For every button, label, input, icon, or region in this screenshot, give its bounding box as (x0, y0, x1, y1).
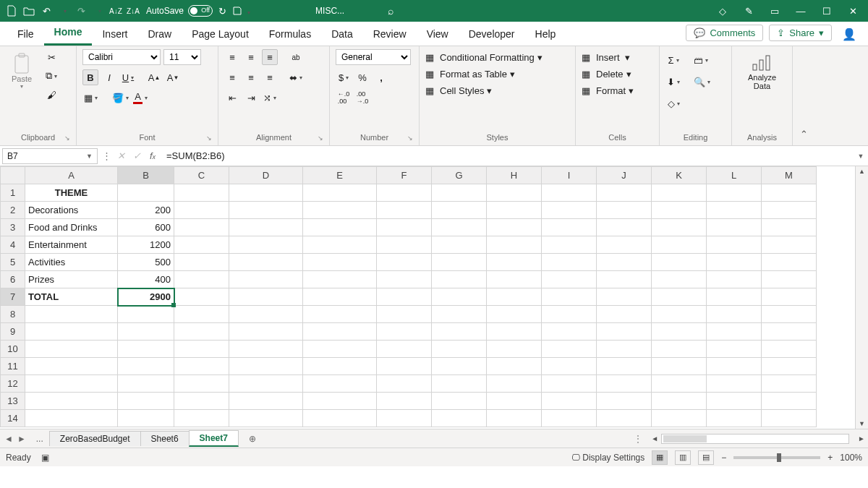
borders-button[interactable]: ▦ (82, 90, 98, 106)
cell-A9[interactable] (25, 323, 118, 341)
cell-D9[interactable] (229, 323, 303, 341)
cell-A1[interactable]: THEME (25, 184, 118, 202)
cell-H9[interactable] (487, 323, 542, 341)
horizontal-scrollbar[interactable] (661, 434, 849, 444)
cell-G6[interactable] (432, 271, 487, 288)
cell-B10[interactable] (118, 341, 174, 358)
cell-C9[interactable] (174, 323, 229, 341)
cell-E10[interactable] (303, 341, 377, 358)
font-name-select[interactable]: Calibri (82, 49, 161, 65)
cell-H8[interactable] (487, 306, 542, 323)
cell-F8[interactable] (377, 306, 432, 323)
bold-button[interactable]: B (82, 69, 98, 85)
cell-D11[interactable] (229, 358, 303, 375)
cell-D14[interactable] (229, 410, 303, 427)
col-header-A[interactable]: A (25, 167, 118, 184)
cell-A12[interactable] (25, 375, 118, 393)
cell-G9[interactable] (432, 323, 487, 341)
new-file-icon[interactable] (4, 4, 19, 18)
cell-F2[interactable] (377, 202, 432, 219)
cell-G4[interactable] (432, 236, 487, 254)
zoom-knob[interactable] (777, 453, 781, 462)
scroll-up-icon[interactable]: ▲ (859, 166, 865, 176)
sheet-tab-1[interactable]: Sheet6 (140, 431, 190, 446)
number-format-select[interactable]: General (336, 49, 411, 65)
row-header-6[interactable]: 6 (1, 271, 25, 288)
cell-L10[interactable] (707, 341, 762, 358)
zoom-in-button[interactable]: + (827, 453, 833, 463)
align-middle-button[interactable]: ≡ (243, 49, 259, 65)
qat-more[interactable] (245, 6, 250, 17)
comma-button[interactable]: , (373, 69, 389, 85)
hscroll-right-icon[interactable]: ► (855, 435, 868, 442)
cell-B7[interactable]: 2900 (118, 288, 174, 306)
cell-C11[interactable] (174, 358, 229, 375)
sort-asc-icon[interactable]: A↓Z (109, 4, 123, 18)
cell-K6[interactable] (652, 271, 707, 288)
cell-B6[interactable]: 400 (118, 271, 174, 288)
cell-H6[interactable] (487, 271, 542, 288)
cell-M9[interactable] (762, 323, 817, 341)
cell-H2[interactable] (487, 202, 542, 219)
col-header-E[interactable]: E (303, 167, 377, 184)
col-header-F[interactable]: F (377, 167, 432, 184)
tab-developer[interactable]: Developer (459, 24, 525, 46)
align-center-button[interactable]: ≡ (243, 69, 259, 85)
cell-K13[interactable] (652, 393, 707, 410)
cell-E9[interactable] (303, 323, 377, 341)
cell-I6[interactable] (542, 271, 597, 288)
tab-home[interactable]: Home (44, 22, 93, 46)
cell-D3[interactable] (229, 219, 303, 236)
sheet-split[interactable]: ⋮ (628, 434, 648, 444)
cell-B12[interactable] (118, 375, 174, 393)
cell-I12[interactable] (542, 375, 597, 393)
redo-icon[interactable]: ↷ (74, 4, 88, 18)
cell-B5[interactable]: 500 (118, 254, 174, 271)
shrink-font-button[interactable]: A▼ (165, 69, 181, 85)
cell-J6[interactable] (597, 271, 652, 288)
cell-A4[interactable]: Entertainment (25, 236, 118, 254)
cell-K10[interactable] (652, 341, 707, 358)
cell-H7[interactable] (487, 288, 542, 306)
row-header-13[interactable]: 13 (1, 393, 25, 410)
align-bottom-button[interactable]: ≡ (262, 49, 278, 65)
fill-color-button[interactable]: 🪣 (111, 90, 129, 106)
sheet-nav[interactable]: ◄► (0, 434, 30, 444)
display-settings-button[interactable]: 🖵 Display Settings (571, 453, 644, 463)
cell-C3[interactable] (174, 219, 229, 236)
col-header-H[interactable]: H (487, 167, 542, 184)
cell-K14[interactable] (652, 410, 707, 427)
cell-A7[interactable]: TOTAL (25, 288, 118, 306)
conditional-formatting-button[interactable]: ▦ Conditional Formatting ▾ (425, 52, 542, 63)
share-button[interactable]: ⇪ Share ▾ (769, 25, 832, 41)
row-header-12[interactable]: 12 (1, 375, 25, 393)
format-cells-button[interactable]: ▦ Format ▾ (582, 85, 634, 96)
ribbon-mode-icon[interactable]: ▭ (768, 6, 781, 17)
comments-button[interactable]: 💬 Comments (686, 25, 763, 41)
cell-M14[interactable] (762, 410, 817, 427)
cell-F12[interactable] (377, 375, 432, 393)
decrease-indent-button[interactable]: ⇤ (224, 90, 240, 106)
cell-G14[interactable] (432, 410, 487, 427)
cell-F5[interactable] (377, 254, 432, 271)
cell-B2[interactable]: 200 (118, 202, 174, 219)
cell-E1[interactable] (303, 184, 377, 202)
cell-J11[interactable] (597, 358, 652, 375)
cell-H13[interactable] (487, 393, 542, 410)
cell-M5[interactable] (762, 254, 817, 271)
formula-input[interactable]: =SUM(B2:B6) (161, 150, 854, 161)
enter-formula-button[interactable]: ✓ (129, 150, 145, 161)
cell-I8[interactable] (542, 306, 597, 323)
name-box-dropdown-icon[interactable]: ▼ (86, 153, 93, 160)
cell-G1[interactable] (432, 184, 487, 202)
cell-C14[interactable] (174, 410, 229, 427)
font-dialog-icon[interactable]: ↘ (206, 134, 212, 142)
grow-font-button[interactable]: A▲ (146, 69, 162, 85)
autosave-switch[interactable]: Off (188, 5, 213, 17)
page-break-view-button[interactable]: ▤ (698, 450, 714, 465)
row-header-2[interactable]: 2 (1, 202, 25, 219)
wrap-text-button[interactable]: ab (288, 49, 304, 65)
cell-L3[interactable] (707, 219, 762, 236)
cell-E11[interactable] (303, 358, 377, 375)
sheet-table[interactable]: ABCDEFGHIJKLM1THEME2Decorations2003Food … (0, 166, 817, 427)
